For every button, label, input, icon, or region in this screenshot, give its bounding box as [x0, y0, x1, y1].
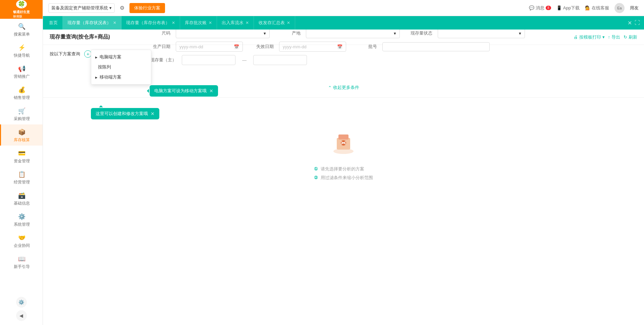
close-tab-inventory-dist[interactable]: ✕ [172, 21, 175, 25]
stock-status-select[interactable]: ▾ [438, 30, 525, 38]
filter-row-4: 现存量（主） — [150, 55, 637, 65]
sidebar-collapse-btn[interactable]: ◀ [16, 310, 27, 321]
phone-icon: 📱 [556, 5, 562, 10]
inventory-min-input[interactable] [182, 55, 235, 65]
logo-text: 畅通好生意 标准版 [13, 10, 30, 19]
stock-status-label: 现存量状态 [411, 30, 432, 36]
guide-icon: 📖 [18, 255, 25, 263]
tab-receive-summary[interactable]: 收发存汇总表 ✕ [254, 16, 295, 30]
empty-tips: ① 请先选择要分析的方案 ② 用过滤条件来缩小分析范围 [314, 165, 373, 182]
tab-inout-flow[interactable]: 出入库流水 ✕ [217, 16, 254, 30]
sidebar-item-basic-info[interactable]: 🗃️ 基础信息 [0, 188, 43, 209]
sidebar-item-sales[interactable]: 💰 销售管理 [0, 82, 43, 103]
sidebar-item-guide[interactable]: 📖 新手引导 [0, 251, 43, 272]
batch-input[interactable] [382, 42, 490, 51]
size-dropdown-icon: ▾ [264, 31, 266, 36]
logo-icon: 🍀 [16, 0, 27, 8]
header: 装备及固定资产辅助管理系统 ▾ ⚙ 体验行业方案 💬 消息 8 📱 App下载 … [43, 0, 644, 16]
sidebar-item-finance[interactable]: 💳 资金管理 [0, 146, 43, 167]
finance-icon: 💳 [18, 150, 25, 157]
batch-label: 批号 [357, 44, 377, 50]
scheme-arrow-right-icon: ▸ [95, 55, 98, 60]
filter-area: 按以下方案查询 + ↻ ← 电脑方案可设为移动方案哦 ✕ [43, 45, 644, 98]
close-tab-inout[interactable]: ✕ [246, 21, 249, 25]
collapse-arrow-icon: ⌃ [328, 85, 332, 90]
scheme-tooltip: 电脑方案可设为移动方案哦 ✕ [150, 85, 218, 97]
fullscreen-icon[interactable]: ⛶ [635, 20, 640, 26]
sidebar-item-system[interactable]: ⚙️ 系统管理 [0, 209, 43, 230]
system-selector[interactable]: 装备及固定资产辅助管理系统 ▾ [48, 3, 115, 13]
dropdown-arrow-icon: ▾ [109, 5, 112, 10]
sidebar-footer: ⚙️ ◀ [0, 293, 43, 325]
inventory-label: 现存量（主） [150, 57, 176, 63]
origin-dropdown-icon: ▾ [394, 31, 396, 36]
logo: 🍀 畅通好生意 标准版 [0, 0, 43, 19]
scheme-tooltip2-close[interactable]: ✕ [151, 111, 155, 116]
tab-inventory-status[interactable]: 现存量（库存状况表） ✕ [63, 16, 121, 30]
user-label[interactable]: 用友 [630, 5, 639, 11]
support-icon: 💁 [585, 5, 590, 10]
add-scheme-btn[interactable]: + [84, 50, 92, 58]
prod-date-input[interactable]: yyyy-mm-dd 📅 [176, 42, 243, 52]
main-content: 装备及固定资产辅助管理系统 ▾ ⚙ 体验行业方案 💬 消息 8 📱 App下载 … [43, 0, 644, 325]
sidebar-item-inventory[interactable]: 📦 库存核算 [0, 124, 43, 146]
filter-row-2: 尺码 ▾ 产地 ▾ 现存量状态 ▾ [150, 30, 637, 38]
page-title: 现存量查询(按仓库+商品) [50, 34, 110, 41]
inventory-max-input[interactable] [253, 55, 307, 65]
sidebar: 🍀 畅通好生意 标准版 🔍 搜索菜单 ⚡ 快捷导航 📢 营销推广 💰 销售管理 … [0, 0, 43, 325]
filter-fields: 仓库 ... ⋯ 商品 ... ⋯ 颜色 ▾ [150, 30, 637, 65]
inventory-icon: 📦 [18, 128, 25, 136]
size-label: 尺码 [150, 30, 170, 36]
header-gear-btn[interactable]: ⚙ [117, 3, 127, 13]
tabs-bar-end: ✕ ⛶ [628, 20, 643, 26]
size-select[interactable]: ▾ [176, 30, 270, 38]
sidebar-item-operations[interactable]: 📋 经营管理 [0, 167, 43, 188]
tab-inventory-dist[interactable]: 现存量（库存分布表） ✕ [121, 16, 180, 30]
tabs-bar: 首页 现存量（库存状况表） ✕ 现存量（库存分布表） ✕ 库存批次账 ✕ 出入库… [43, 16, 644, 30]
system-icon: ⚙️ [18, 213, 25, 220]
operations-icon: 📋 [18, 171, 25, 178]
expire-date-calendar-icon: 📅 [337, 44, 342, 49]
scheme-list: ▸ 电脑端方案 按陈列 ▸ 移动端方案 [91, 50, 151, 85]
close-tab-batch[interactable]: ✕ [209, 21, 212, 25]
enterprise-icon: 🤝 [18, 234, 25, 241]
close-tab-inventory-status[interactable]: ✕ [113, 21, 116, 25]
sidebar-item-purchase[interactable]: 🛒 采购管理 [0, 103, 43, 124]
quick-nav-icon: ⚡ [18, 44, 25, 51]
sidebar-settings-btn[interactable]: ⚙️ [16, 297, 27, 308]
header-left: 装备及固定资产辅助管理系统 ▾ ⚙ 体验行业方案 [48, 3, 165, 13]
message-action[interactable]: 💬 消息 8 [529, 5, 551, 11]
page-container: 现存量查询(按仓库+商品) 🖨 按模板打印 ▾ ↑ 导出 ↻ 刷新 [43, 30, 644, 325]
sidebar-item-enterprise[interactable]: 🤝 企业协同 [0, 230, 43, 251]
sidebar-item-marketing[interactable]: 📢 营销推广 [0, 61, 43, 82]
prod-date-calendar-icon: 📅 [234, 44, 239, 49]
trial-btn[interactable]: 体验行业方案 [129, 3, 165, 13]
sidebar-nav: 🔍 搜索菜单 ⚡ 快捷导航 📢 营销推广 💰 销售管理 🛒 采购管理 📦 库存核… [0, 19, 43, 293]
expire-date-input[interactable]: yyyy-mm-dd 📅 [279, 42, 346, 52]
origin-select[interactable]: ▾ [306, 30, 400, 38]
tab-home[interactable]: 首页 [44, 16, 63, 30]
scheme-tooltip-close[interactable]: ✕ [209, 88, 213, 94]
online-support-action[interactable]: 💁 在线客服 [585, 5, 609, 11]
sidebar-item-search-menu[interactable]: 🔍 搜索菜单 [0, 19, 43, 40]
scheme-arrow-right-icon2: ▸ [95, 75, 98, 80]
basic-info-icon: 🗃️ [18, 192, 25, 199]
close-tab-receive[interactable]: ✕ [287, 21, 290, 25]
content-area: 现存量查询(按仓库+商品) 🖨 按模板打印 ▾ ↑ 导出 ↻ 刷新 [43, 30, 644, 325]
close-all-tabs-icon[interactable]: ✕ [628, 20, 632, 26]
stock-status-dropdown-icon: ▾ [519, 31, 521, 36]
svg-rect-2 [338, 134, 348, 140]
inventory-range-dash: — [242, 58, 247, 63]
message-icon: 💬 [529, 5, 534, 10]
scheme-item-desktop[interactable]: ▸ 电脑端方案 [91, 52, 151, 62]
sidebar-item-quick-nav[interactable]: ⚡ 快捷导航 [0, 40, 43, 61]
purchase-icon: 🛒 [18, 107, 25, 115]
tab-batch-account[interactable]: 库存批次账 ✕ [180, 16, 217, 30]
origin-label: 产地 [280, 30, 301, 36]
empty-illustration [327, 124, 360, 158]
user-avatar: Ea [614, 3, 625, 13]
filter-row-3: 生产日期 yyyy-mm-dd 📅 失效日期 yyyy-mm-dd 📅 批号 [150, 42, 637, 52]
scheme-item-mobile[interactable]: ▸ 移动端方案 [91, 72, 151, 82]
scheme-item-desktop-sub[interactable]: 按陈列 [91, 62, 151, 72]
app-download-action[interactable]: 📱 App下载 [556, 5, 580, 11]
